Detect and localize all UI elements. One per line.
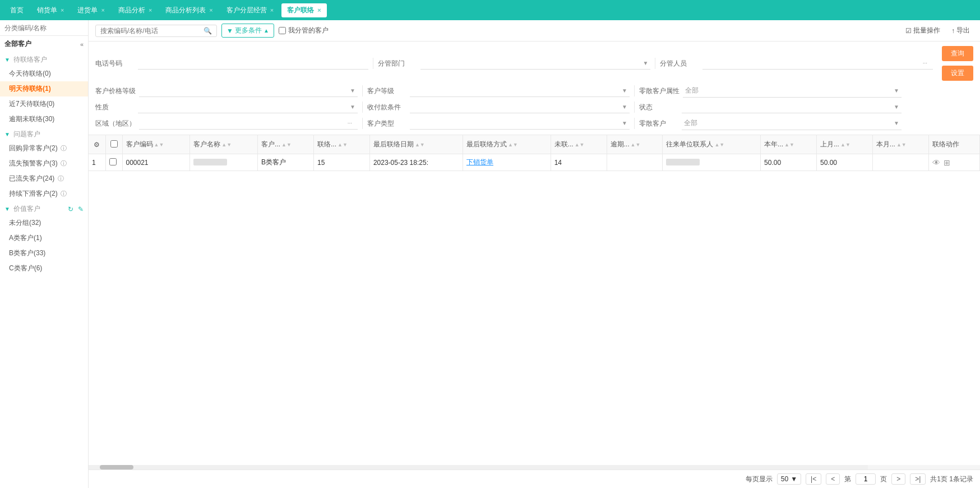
page-last-btn[interactable]: >| bbox=[910, 473, 926, 485]
row-name: Ea bbox=[190, 154, 258, 171]
pending-section-label: ▼ 待联络客户 bbox=[0, 52, 88, 66]
my-customers-checkbox[interactable] bbox=[279, 27, 286, 34]
filter-customer-level-field: 客户等级 ▼ bbox=[367, 85, 630, 97]
nav-close-customer-contact[interactable]: × bbox=[317, 7, 321, 13]
export-icon: ↑ bbox=[951, 27, 955, 35]
page-prev-btn[interactable]: < bbox=[826, 473, 840, 485]
horizontal-scrollbar-track[interactable] bbox=[89, 465, 868, 469]
sidebar-item-churn-warning[interactable]: 流失预警客户(3) ⓘ bbox=[0, 156, 88, 171]
page-size-select[interactable]: 50 ▼ bbox=[777, 473, 801, 485]
filter-manager-label: 分管人员 bbox=[660, 59, 699, 68]
query-button[interactable]: 查询 bbox=[942, 46, 973, 61]
my-customers-toggle[interactable]: 我分管的客户 bbox=[279, 26, 329, 35]
row-action-eye-icon[interactable]: 👁 bbox=[932, 158, 940, 167]
row-select-checkbox[interactable] bbox=[109, 158, 117, 165]
sort-icon-this-month[interactable]: ▲▼ bbox=[896, 142, 907, 148]
value-edit-icon[interactable]: ✎ bbox=[78, 205, 84, 213]
sort-icon-overdue[interactable]: ▲▼ bbox=[631, 142, 641, 148]
sidebar-item-today-pending[interactable]: 今天待联络(0) bbox=[0, 66, 88, 81]
filter-gender-select[interactable]: ▼ bbox=[138, 101, 358, 113]
nav-home[interactable]: 首页 bbox=[4, 3, 29, 17]
sidebar-item-7day-pending[interactable]: 近7天待联络(0) bbox=[0, 96, 88, 112]
nav-sales-order[interactable]: 销货单 × bbox=[31, 3, 70, 17]
row-this-month bbox=[872, 154, 928, 171]
row-overdue bbox=[607, 154, 663, 171]
sort-icon-name[interactable]: ▲▼ bbox=[221, 142, 232, 148]
sort-icon-not-contacted[interactable]: ▲▼ bbox=[575, 142, 585, 148]
filter-retail-attr-select[interactable]: 全部▼ bbox=[683, 84, 902, 98]
filter-customer-type-select[interactable]: ▼ bbox=[410, 117, 630, 130]
sidebar-item-churned[interactable]: 已流失客户(24) ⓘ bbox=[0, 171, 88, 186]
search-input[interactable] bbox=[100, 27, 201, 35]
row-contact-person-value: ---- bbox=[666, 159, 700, 165]
region-dots[interactable]: ··· bbox=[344, 119, 355, 127]
filter-dept-select[interactable]: ▼ bbox=[420, 57, 651, 70]
horizontal-scrollbar-thumb[interactable] bbox=[100, 465, 133, 469]
filter-retail-customer-select[interactable]: 全部▼ bbox=[682, 117, 902, 130]
page-suffix: 页 bbox=[880, 475, 887, 484]
filter-phone-input[interactable] bbox=[138, 58, 368, 70]
table-footer: 每页显示 50 ▼ |< < 第 页 > >| 共1页 1条记录 bbox=[89, 469, 980, 488]
row-action-grid-icon[interactable]: ⊞ bbox=[944, 158, 950, 167]
sidebar-item-abnormal-repurchase[interactable]: 回购异常客户(2) ⓘ bbox=[0, 141, 88, 156]
sidebar-item-overdue-pending[interactable]: 逾期未联络(30) bbox=[0, 112, 88, 127]
filter-payment-field: 收付款条件 ▼ bbox=[367, 101, 630, 113]
sidebar-item-class-c[interactable]: C类客户(6) bbox=[0, 261, 88, 276]
value-refresh-icon[interactable]: ↻ bbox=[68, 205, 73, 213]
filter-region-select[interactable]: ··· bbox=[139, 117, 358, 130]
page-next-btn[interactable]: > bbox=[891, 473, 905, 485]
manager-dots[interactable]: ··· bbox=[919, 59, 931, 67]
search-input-wrap: 🔍 bbox=[95, 25, 217, 37]
sidebar-item-declining[interactable]: 持续下滑客户(2) ⓘ bbox=[0, 186, 88, 201]
filter-gender-label: 性质 bbox=[95, 103, 135, 112]
sort-icon-code[interactable]: ▲▼ bbox=[154, 142, 164, 148]
filter-retail-attr-field: 零散客户属性 全部▼ bbox=[639, 84, 902, 98]
sidebar-search-input[interactable] bbox=[4, 24, 89, 32]
filter-payment-select[interactable]: ▼ bbox=[410, 101, 630, 113]
page-first-btn[interactable]: |< bbox=[806, 473, 821, 485]
nav-close-product-analysis[interactable]: × bbox=[149, 7, 152, 13]
filter-price-level-field: 客户价格等级 ▼ bbox=[95, 85, 358, 97]
more-filters-btn[interactable]: ▼ 更多条件 ▲ bbox=[221, 24, 274, 38]
nav-close-sales-order[interactable]: × bbox=[61, 7, 64, 13]
sort-icon-last-month[interactable]: ▲▼ bbox=[840, 142, 850, 148]
filter-phone-field: 电话号码 bbox=[95, 58, 368, 70]
gear-icon[interactable]: ⚙ bbox=[94, 141, 100, 149]
row-name-value: Ea bbox=[193, 159, 227, 165]
filter-dept-label: 分管部门 bbox=[378, 59, 417, 68]
nav-customer-tier[interactable]: 客户分层经营 × bbox=[221, 3, 279, 17]
search-submit-icon[interactable]: 🔍 bbox=[204, 27, 212, 35]
select-all-checkbox[interactable] bbox=[110, 140, 118, 148]
filter-price-level-select[interactable]: ▼ bbox=[139, 85, 358, 97]
nav-close-purchase-order[interactable]: × bbox=[101, 7, 104, 13]
nav-product-analysis[interactable]: 商品分析 × bbox=[113, 3, 158, 17]
sort-icon-last-date[interactable]: ▲▼ bbox=[415, 142, 425, 148]
sidebar-item-tomorrow-pending[interactable]: 明天待联络(1) bbox=[0, 81, 88, 96]
filter-status-select[interactable]: ▼ bbox=[682, 101, 902, 113]
sidebar-item-class-a[interactable]: A类客户(1) bbox=[0, 231, 88, 246]
filter-manager-select[interactable]: ··· bbox=[702, 57, 933, 70]
all-customers-header[interactable]: 全部客户 « bbox=[0, 36, 88, 52]
nav-close-customer-tier[interactable]: × bbox=[270, 7, 274, 13]
set-button[interactable]: 设置 bbox=[942, 66, 973, 81]
batch-op-button[interactable]: ☑ 批量操作 bbox=[902, 24, 944, 37]
page-number-input[interactable] bbox=[856, 473, 876, 485]
nav-purchase-order[interactable]: 进货单 × bbox=[72, 3, 110, 17]
col-this-year: 本年... ▲▼ bbox=[761, 135, 817, 154]
filter-customer-level-select[interactable]: ▼ bbox=[410, 85, 630, 97]
total-label: 共1页 1条记录 bbox=[930, 475, 973, 484]
row-last-method-link[interactable]: 下销货单 bbox=[466, 158, 493, 166]
sort-icon-contact-person[interactable]: ▲▼ bbox=[714, 142, 724, 148]
sidebar-item-class-b[interactable]: B类客户(33) bbox=[0, 246, 88, 261]
filter-region-label: 区域（地区） bbox=[95, 119, 136, 128]
sort-icon-this-year[interactable]: ▲▼ bbox=[784, 142, 794, 148]
nav-product-analysis-list[interactable]: 商品分析列表 × bbox=[160, 3, 218, 17]
sort-icon-last-method[interactable]: ▲▼ bbox=[508, 142, 518, 148]
nav-customer-contact[interactable]: 客户联络 × bbox=[281, 3, 326, 17]
nav-close-product-analysis-list[interactable]: × bbox=[209, 7, 212, 13]
sidebar-collapse-icon[interactable]: « bbox=[80, 41, 84, 48]
sort-icon-type[interactable]: ▲▼ bbox=[281, 142, 292, 148]
sidebar-item-ungrouped[interactable]: 未分组(32) bbox=[0, 215, 88, 231]
sort-icon-contact[interactable]: ▲▼ bbox=[338, 142, 348, 148]
export-button[interactable]: ↑ 导出 bbox=[948, 24, 973, 37]
